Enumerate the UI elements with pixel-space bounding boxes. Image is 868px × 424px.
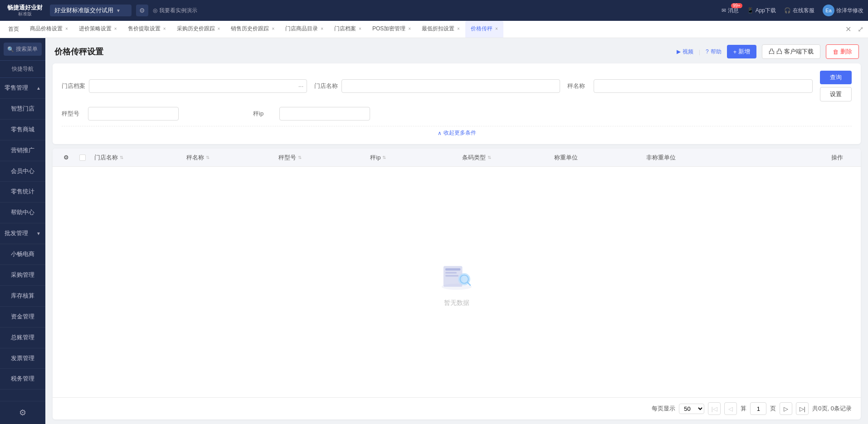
- logo-main-text: 畅捷通好业财: [7, 4, 43, 11]
- query-label: 查询: [830, 73, 842, 82]
- tab-store-file[interactable]: 门店档案 ×: [329, 21, 367, 38]
- tab-min-discount[interactable]: 最低折扣设置 ×: [416, 21, 465, 38]
- sidebar-item-ledger[interactable]: 总账管理: [0, 328, 45, 348]
- close-icon[interactable]: ×: [495, 27, 498, 31]
- help-label: 帮助中心: [11, 209, 34, 217]
- query-button[interactable]: 查询: [820, 71, 852, 84]
- close-icon[interactable]: ×: [114, 27, 117, 31]
- scale-name-label: 秤名称: [567, 82, 590, 90]
- close-icon[interactable]: ×: [359, 27, 361, 31]
- sidebar-item-marketing[interactable]: 营销推广: [0, 140, 45, 161]
- collapse-button[interactable]: ∧ 收起更多条件: [438, 129, 476, 137]
- play-icon: ▶: [677, 48, 681, 55]
- tab-price-scale[interactable]: 价格传秤 ×: [465, 21, 503, 38]
- next-page-button[interactable]: ▷: [780, 402, 792, 415]
- scale-ip-input[interactable]: [279, 107, 370, 120]
- online-service-button[interactable]: 🎧 在线客服: [784, 7, 814, 14]
- store-file-input[interactable]: [89, 79, 307, 93]
- close-tab-icon[interactable]: ✕: [844, 24, 853, 34]
- trash-icon: 🗑: [833, 48, 839, 55]
- page-number-input[interactable]: [750, 402, 766, 415]
- member-label: 会员中心: [11, 168, 34, 175]
- marketing-label: 营销推广: [11, 147, 34, 154]
- sidebar-item-inventory[interactable]: 库存核算: [0, 286, 45, 307]
- page-header: 价格传秤设置 ▶ 视频 | ? 帮助 + 新增 凸 凸 客户端下载: [45, 38, 868, 63]
- user-menu[interactable]: Ea 徐泽华修改: [823, 5, 863, 16]
- tab-sales-history[interactable]: 销售历史价跟踪 ×: [225, 21, 280, 38]
- plus-icon: +: [733, 48, 737, 55]
- sidebar-item-finance[interactable]: 资金管理: [0, 307, 45, 328]
- empty-state: 暂无数据: [434, 257, 479, 307]
- sidebar-item-tax[interactable]: 税务管理: [0, 369, 45, 390]
- store-name-label: 门店名称: [314, 82, 338, 90]
- retail-mgmt-label: 零售管理: [5, 84, 28, 92]
- sidebar-item-purchase-mgmt[interactable]: 采购管理: [0, 265, 45, 286]
- dots-icon[interactable]: ···: [298, 82, 304, 90]
- close-icon[interactable]: ×: [218, 27, 220, 31]
- th-scale-name: 秤名称 ⇅: [183, 154, 275, 162]
- sort-icon: ⇅: [298, 155, 302, 160]
- prev-page-button[interactable]: ◁: [724, 402, 737, 415]
- close-icon[interactable]: ×: [163, 27, 166, 31]
- search-menu-button[interactable]: 🔍 搜索菜单: [4, 43, 42, 56]
- tab-pos-encrypt[interactable]: POS加密管理 ×: [367, 21, 416, 38]
- th-barcode-type-label: 条码类型: [462, 154, 486, 162]
- demo-link[interactable]: ◎ 我要看实例演示: [153, 7, 197, 14]
- settings-query-button[interactable]: 设置: [820, 87, 852, 101]
- sidebar-item-retail-mgmt[interactable]: 零售管理 ▲: [0, 78, 45, 99]
- finance-label: 资金管理: [11, 313, 34, 321]
- tab-product-price[interactable]: 商品价格设置 ×: [24, 21, 73, 38]
- sidebar-settings-button[interactable]: ⚙: [0, 401, 45, 424]
- empty-text: 暂无数据: [444, 299, 469, 307]
- video-link[interactable]: ▶ 视频: [677, 48, 693, 56]
- messages-button[interactable]: ✉ 消息 99+: [722, 7, 739, 14]
- page-size-select[interactable]: 50 10 20 100: [679, 404, 704, 414]
- tab-sale-extract[interactable]: 售价提取设置 ×: [122, 21, 171, 38]
- sidebar-item-invoice[interactable]: 发票管理: [0, 348, 45, 369]
- sidebar-item-retail-mall[interactable]: 零售商城: [0, 120, 45, 140]
- sidebar-quick-nav[interactable]: 快捷导航: [0, 61, 45, 78]
- page-of-label: 页: [770, 405, 776, 413]
- th-weight-unit: 称重单位: [551, 154, 643, 162]
- sidebar-item-ecommerce[interactable]: 小畅电商: [0, 244, 45, 265]
- maximize-icon[interactable]: ⤢: [856, 24, 865, 34]
- scale-name-input[interactable]: [594, 79, 813, 93]
- add-button[interactable]: + 新增: [727, 45, 757, 58]
- close-icon[interactable]: ×: [457, 27, 460, 31]
- messages-badge: 99+: [731, 3, 742, 8]
- sidebar-item-wholesale-mgmt[interactable]: 批发管理 ▼: [0, 223, 45, 244]
- th-non-weight-unit: 非称重单位: [643, 154, 819, 162]
- sidebar-item-member[interactable]: 会员中心: [0, 161, 45, 182]
- top-bar: 畅捷通好业财 标准版 好业财标准版交付试用 ▼ ⚙ ◎ 我要看实例演示 ✉ 消息…: [0, 0, 868, 21]
- separator: |: [699, 48, 700, 55]
- table-container: ⚙ 门店名称 ⇅ 秤名称 ⇅ 秤型号 ⇅ 秤ip: [53, 149, 861, 419]
- close-icon[interactable]: ×: [321, 27, 323, 31]
- tab-purchase-strategy[interactable]: 进价策略设置 ×: [73, 21, 122, 38]
- delete-button[interactable]: 🗑 删除: [826, 44, 859, 59]
- store-name-input[interactable]: [341, 79, 560, 93]
- app-download-button[interactable]: 📱 App下载: [747, 7, 776, 14]
- tab-purchase-history[interactable]: 采购历史价跟踪 ×: [171, 21, 226, 38]
- settings-query-label: 设置: [830, 90, 842, 98]
- close-icon[interactable]: ×: [65, 27, 68, 31]
- tab-store-catalog[interactable]: 门店商品目录 ×: [280, 21, 329, 38]
- svg-rect-2: [445, 268, 460, 270]
- sidebar-item-help[interactable]: 帮助中心: [0, 202, 45, 223]
- help-link[interactable]: ? 帮助: [706, 48, 722, 56]
- th-checkbox[interactable]: [74, 154, 91, 161]
- scale-model-input[interactable]: [88, 107, 179, 120]
- last-page-button[interactable]: ▷|: [796, 402, 809, 415]
- th-scale-name-label: 秤名称: [186, 154, 204, 162]
- tab-home[interactable]: 首页: [3, 25, 24, 33]
- sidebar-item-retail-stats[interactable]: 零售统计: [0, 182, 45, 202]
- question-icon: ?: [706, 48, 709, 55]
- sidebar-item-smart-store[interactable]: 智慧门店: [0, 99, 45, 120]
- download-button[interactable]: 凸 凸 客户端下载: [762, 44, 820, 59]
- version-selector[interactable]: 好业财标准版交付试用 ▼: [50, 5, 132, 16]
- first-page-button[interactable]: |◁: [708, 402, 721, 415]
- close-icon[interactable]: ×: [408, 27, 411, 31]
- select-all-checkbox[interactable]: [79, 154, 86, 161]
- settings-icon[interactable]: ⚙: [136, 5, 148, 16]
- close-icon[interactable]: ×: [272, 27, 274, 31]
- th-settings[interactable]: ⚙: [58, 154, 74, 161]
